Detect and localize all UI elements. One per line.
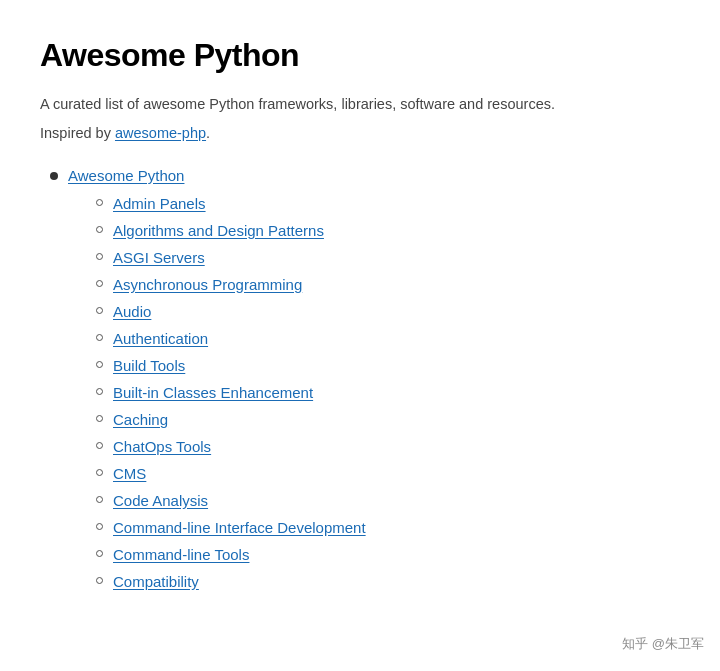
top-level-list-item: Awesome Python Admin PanelsAlgorithms an… — [50, 164, 680, 597]
list-item: Command-line Tools — [96, 543, 366, 567]
outer-list: Awesome Python Admin PanelsAlgorithms an… — [50, 164, 680, 597]
hollow-bullet-icon — [96, 442, 103, 449]
hollow-bullet-icon — [96, 361, 103, 368]
filled-bullet-icon — [50, 172, 58, 180]
hollow-bullet-icon — [96, 307, 103, 314]
sub-item-link-7[interactable]: Built-in Classes Enhancement — [113, 381, 313, 405]
list-item: CMS — [96, 462, 366, 486]
hollow-bullet-icon — [96, 334, 103, 341]
hollow-bullet-icon — [96, 253, 103, 260]
hollow-bullet-icon — [96, 469, 103, 476]
description-text: A curated list of awesome Python framewo… — [40, 93, 680, 116]
sub-item-link-8[interactable]: Caching — [113, 408, 168, 432]
sub-item-link-12[interactable]: Command-line Interface Development — [113, 516, 366, 540]
list-item: Built-in Classes Enhancement — [96, 381, 366, 405]
hollow-bullet-icon — [96, 496, 103, 503]
hollow-bullet-icon — [96, 577, 103, 584]
hollow-bullet-icon — [96, 280, 103, 287]
sub-item-link-4[interactable]: Audio — [113, 300, 151, 324]
awesome-php-link[interactable]: awesome-php — [115, 125, 206, 141]
hollow-bullet-icon — [96, 550, 103, 557]
sub-item-link-1[interactable]: Algorithms and Design Patterns — [113, 219, 324, 243]
sub-item-link-3[interactable]: Asynchronous Programming — [113, 273, 302, 297]
inspired-prefix: Inspired by — [40, 125, 115, 141]
sub-items-list: Admin PanelsAlgorithms and Design Patter… — [96, 192, 366, 594]
list-item: Authentication — [96, 327, 366, 351]
list-item: Code Analysis — [96, 489, 366, 513]
watermark-text: 知乎 @朱卫军 — [622, 634, 704, 655]
hollow-bullet-icon — [96, 199, 103, 206]
list-item: ASGI Servers — [96, 246, 366, 270]
sub-item-link-0[interactable]: Admin Panels — [113, 192, 206, 216]
list-item: Audio — [96, 300, 366, 324]
list-item: Compatibility — [96, 570, 366, 594]
hollow-bullet-icon — [96, 523, 103, 530]
awesome-python-link[interactable]: Awesome Python — [68, 167, 184, 184]
list-item: Algorithms and Design Patterns — [96, 219, 366, 243]
sub-item-link-13[interactable]: Command-line Tools — [113, 543, 249, 567]
hollow-bullet-icon — [96, 388, 103, 395]
sub-item-link-2[interactable]: ASGI Servers — [113, 246, 205, 270]
hollow-bullet-icon — [96, 415, 103, 422]
sub-item-link-14[interactable]: Compatibility — [113, 570, 199, 594]
sub-item-link-5[interactable]: Authentication — [113, 327, 208, 351]
inspired-period: . — [206, 125, 210, 141]
sub-item-link-6[interactable]: Build Tools — [113, 354, 185, 378]
list-item: Asynchronous Programming — [96, 273, 366, 297]
list-item: Command-line Interface Development — [96, 516, 366, 540]
sub-item-link-11[interactable]: Code Analysis — [113, 489, 208, 513]
inspired-line: Inspired by awesome-php. — [40, 122, 680, 145]
list-item: Caching — [96, 408, 366, 432]
hollow-bullet-icon — [96, 226, 103, 233]
sub-item-link-10[interactable]: CMS — [113, 462, 146, 486]
list-item: Admin Panels — [96, 192, 366, 216]
list-item: Build Tools — [96, 354, 366, 378]
sub-item-link-9[interactable]: ChatOps Tools — [113, 435, 211, 459]
list-item: ChatOps Tools — [96, 435, 366, 459]
page-title: Awesome Python — [40, 30, 680, 81]
